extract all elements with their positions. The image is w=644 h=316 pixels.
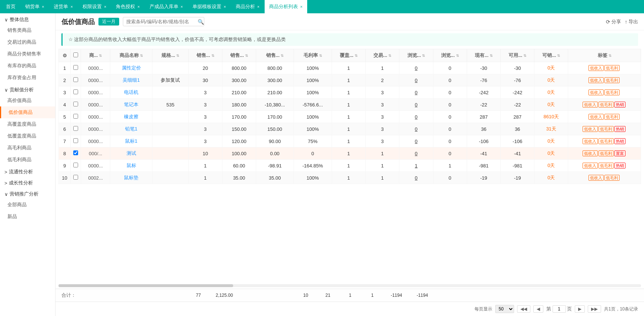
- page-number-input[interactable]: [553, 305, 566, 313]
- export-button[interactable]: ↑ 导出: [625, 18, 638, 25]
- sidebar-item-low-value[interactable]: 低价值商品: [0, 106, 55, 118]
- nav-products-close[interactable]: ×: [181, 4, 183, 9]
- cell-view1[interactable]: 0: [399, 147, 433, 160]
- nav-analysis-close[interactable]: ×: [257, 4, 259, 9]
- cell-view1[interactable]: 0: [399, 62, 433, 74]
- row-checkbox[interactable]: [73, 114, 78, 119]
- view1-link[interactable]: 0: [415, 65, 417, 71]
- nav-permissions-close[interactable]: ×: [104, 4, 106, 9]
- view1-link[interactable]: 0: [415, 126, 417, 132]
- next-page-button[interactable]: ▶: [575, 305, 585, 313]
- nav-products[interactable]: 产成品入库单 ×: [145, 0, 187, 13]
- nav-home[interactable]: 首页: [1, 0, 20, 13]
- cell-name[interactable]: 橡皮擦: [110, 111, 152, 123]
- sidebar-item-high-coverage[interactable]: 高覆盖度商品: [0, 118, 55, 130]
- cell-checkbox[interactable]: [71, 99, 81, 111]
- view1-link[interactable]: 0: [415, 102, 417, 108]
- nav-templates[interactable]: 单据模板设置 ×: [188, 0, 230, 13]
- row-checkbox[interactable]: [73, 65, 78, 70]
- cell-checkbox[interactable]: [71, 160, 81, 172]
- row-checkbox[interactable]: [73, 150, 78, 155]
- last-page-button[interactable]: ▶▶: [588, 305, 601, 313]
- view1-link[interactable]: 0: [415, 78, 417, 83]
- sidebar-group-liquidity[interactable]: > 流通性分析: [0, 166, 55, 177]
- first-page-button[interactable]: ◀◀: [517, 305, 530, 313]
- cell-view1[interactable]: 0: [399, 172, 433, 184]
- nav-roles[interactable]: 角色授权 ×: [111, 0, 144, 13]
- view1-link[interactable]: 0: [415, 114, 417, 120]
- select-all-checkbox[interactable]: [73, 52, 78, 57]
- page-size-select[interactable]: 50 100 200: [495, 305, 514, 313]
- view1-link[interactable]: 1: [415, 163, 417, 169]
- row-checkbox[interactable]: [73, 77, 78, 82]
- sidebar-item-traded-goods[interactable]: 交易过的商品: [0, 36, 55, 48]
- nav-sales[interactable]: 销货单 ×: [21, 0, 48, 13]
- nav-purchase[interactable]: 进货单 ×: [49, 0, 77, 13]
- cell-name[interactable]: 鼠标: [110, 160, 152, 172]
- col-checkbox[interactable]: [71, 49, 81, 62]
- sidebar-item-high-margin[interactable]: 高毛利商品: [0, 142, 55, 154]
- sidebar-item-low-margin[interactable]: 低毛利商品: [0, 154, 55, 166]
- cell-checkbox[interactable]: [71, 111, 81, 123]
- cell-view1[interactable]: 0: [399, 99, 433, 111]
- cell-checkbox[interactable]: [71, 86, 81, 99]
- view1-link[interactable]: 0: [415, 175, 417, 181]
- cell-name[interactable]: 鼠标1: [110, 135, 152, 147]
- share-button[interactable]: ⟳ 分享: [606, 18, 621, 25]
- row-checkbox[interactable]: [73, 138, 78, 143]
- cell-checkbox[interactable]: [71, 135, 81, 147]
- cell-name[interactable]: 鼠标垫: [110, 172, 152, 184]
- sidebar-item-new-goods[interactable]: 新品: [0, 211, 55, 222]
- sidebar-group-growth[interactable]: > 成长性分析: [0, 177, 55, 188]
- col-settings[interactable]: ⚙: [59, 49, 71, 62]
- sidebar-item-inventory-goods[interactable]: 有库存的商品: [0, 60, 55, 72]
- cell-name[interactable]: 电话机: [110, 86, 152, 99]
- nav-analysis-list[interactable]: 商品分析列表 ×: [265, 0, 307, 13]
- cell-checkbox[interactable]: [71, 172, 81, 184]
- cell-view1[interactable]: 0: [399, 111, 433, 123]
- sidebar-item-sales-goods[interactable]: 销售类商品: [0, 24, 55, 36]
- row-checkbox[interactable]: [73, 126, 78, 131]
- cell-view1[interactable]: 0: [399, 123, 433, 135]
- sidebar-group-marketing[interactable]: ∨ 营销推广分析: [0, 188, 55, 199]
- scroll-thumb[interactable]: [58, 284, 233, 287]
- nav-analysis-list-close[interactable]: ×: [300, 4, 302, 9]
- sidebar-item-category-rate[interactable]: 商品分类销售率: [0, 48, 55, 60]
- cell-view1[interactable]: 0: [399, 74, 433, 86]
- nav-sales-close[interactable]: ×: [42, 4, 44, 9]
- sidebar-item-all-goods[interactable]: 全部商品: [0, 199, 55, 211]
- view1-link[interactable]: 0: [415, 139, 417, 144]
- cell-checkbox[interactable]: [71, 62, 81, 74]
- cell-name[interactable]: 测试: [110, 147, 152, 160]
- gear-icon[interactable]: ⚙: [63, 53, 67, 58]
- sidebar-group-contribution[interactable]: ∨ 贡献值分析: [0, 84, 55, 95]
- cell-checkbox[interactable]: [71, 147, 81, 160]
- sidebar-item-high-value[interactable]: 高价值商品: [0, 95, 55, 106]
- cell-checkbox[interactable]: [71, 74, 81, 86]
- row-checkbox[interactable]: [73, 102, 78, 106]
- cell-checkbox[interactable]: [71, 123, 81, 135]
- search-input[interactable]: [123, 17, 204, 26]
- nav-analysis[interactable]: 商品分析 ×: [231, 0, 264, 13]
- cell-view1[interactable]: 1: [399, 160, 433, 172]
- sidebar-group-overall[interactable]: ∨ 整体信息: [0, 13, 55, 24]
- horizontal-scrollbar[interactable]: [58, 284, 641, 287]
- row-checkbox[interactable]: [73, 175, 78, 180]
- cell-view1[interactable]: 0: [399, 86, 433, 99]
- prev-page-button[interactable]: ◀: [533, 305, 543, 313]
- nav-purchase-close[interactable]: ×: [70, 4, 73, 9]
- cell-name[interactable]: 属性定价: [110, 62, 152, 74]
- cell-name[interactable]: 铅笔1: [110, 123, 152, 135]
- search-icon[interactable]: 🔍: [198, 19, 204, 25]
- row-checkbox[interactable]: [73, 163, 78, 167]
- nav-permissions[interactable]: 权限设置 ×: [78, 0, 111, 13]
- period-button[interactable]: 近一月: [98, 18, 119, 26]
- nav-templates-close[interactable]: ×: [224, 4, 226, 9]
- sidebar-item-inventory-capital[interactable]: 库存资金占用: [0, 72, 55, 84]
- view1-link[interactable]: 0: [415, 90, 417, 95]
- nav-roles-close[interactable]: ×: [137, 4, 140, 9]
- cell-view1[interactable]: 0: [399, 135, 433, 147]
- view1-link[interactable]: 0: [415, 151, 417, 156]
- cell-name[interactable]: 吴细细1: [110, 74, 152, 86]
- sidebar-item-low-coverage[interactable]: 低覆盖度商品: [0, 130, 55, 142]
